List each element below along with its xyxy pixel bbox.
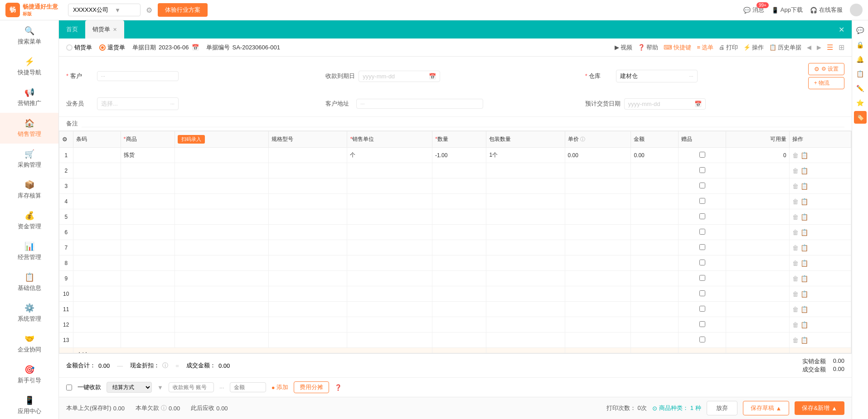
tab-close-all-button[interactable]: ✕	[831, 22, 852, 38]
copy-icon[interactable]: 📋	[800, 229, 808, 236]
payment-date-input[interactable]: yyyy-mm-dd 📅	[359, 71, 440, 82]
scan-button[interactable]: 扫码录入	[178, 135, 205, 144]
customer-addr-input[interactable]: ···	[356, 99, 483, 109]
sidebar-item-sales[interactable]: 🏠 销售管理	[0, 113, 58, 144]
sidebar-item-finance[interactable]: 💰 资金管理	[0, 205, 58, 236]
expected-date-input[interactable]: yyyy-mm-dd 📅	[624, 98, 706, 110]
video-btn[interactable]: ▶视频	[615, 43, 632, 52]
account-input[interactable]	[169, 382, 214, 392]
calendar-icon[interactable]: 📅	[192, 44, 199, 51]
delete-icon[interactable]: 🗑	[792, 167, 799, 174]
settings-icon[interactable]: ⚙	[144, 4, 154, 16]
copy-icon[interactable]: 📋	[800, 167, 808, 174]
message-button[interactable]: 💬 消息 99+	[743, 6, 764, 14]
notes-input[interactable]	[82, 120, 844, 127]
customer-input[interactable]: ···	[97, 71, 179, 81]
radio-return-order[interactable]: 退货单	[99, 43, 125, 52]
copy-icon[interactable]: 📋	[800, 213, 808, 221]
copy-icon-1[interactable]: 📋	[800, 152, 808, 159]
help-btn[interactable]: ❓帮助	[638, 43, 658, 52]
prev-icon[interactable]: ◀	[807, 44, 811, 51]
sidebar-item-guide[interactable]: 🎯 新手引导	[0, 359, 58, 390]
sidebar-item-collab[interactable]: 🤝 企业协同	[0, 328, 58, 359]
delete-icon[interactable]: 🗑	[792, 290, 799, 298]
question-icon-4[interactable]: ⓘ	[161, 404, 167, 412]
sidebar-item-purchase[interactable]: 🛒 采购管理	[0, 144, 58, 174]
expense-split-button[interactable]: 费用分摊	[294, 381, 329, 393]
next-icon[interactable]: ▶	[817, 44, 821, 51]
th-settings[interactable]: ⚙	[59, 131, 73, 148]
save-new-button[interactable]: 保存&新增 ▲	[795, 401, 844, 415]
salesman-input[interactable]: 选择... ···	[97, 97, 179, 110]
delete-icon[interactable]: 🗑	[792, 244, 799, 251]
right-panel-tag-icon[interactable]: 🏷️	[854, 111, 867, 124]
sidebar-item-management[interactable]: 📊 经营管理	[0, 236, 58, 267]
right-panel-star-icon[interactable]: ⭐	[854, 96, 867, 109]
cell-unit-1[interactable]: 个	[347, 148, 432, 163]
radio-sales-order[interactable]: 销货单	[66, 43, 92, 52]
copy-icon[interactable]: 📋	[800, 306, 808, 313]
sidebar-item-search[interactable]: 🔍 搜索菜单	[0, 20, 58, 51]
one-key-pay-checkbox[interactable]	[66, 385, 72, 390]
sidebar-item-marketing[interactable]: 📢 营销推广	[0, 82, 58, 113]
cell-barcode-1[interactable]	[73, 148, 121, 163]
copy-icon[interactable]: 📋	[800, 244, 808, 251]
discard-button[interactable]: 放弃	[707, 401, 737, 415]
th-scan[interactable]: 扫码录入	[175, 131, 268, 148]
right-panel-bell-icon[interactable]: 🔔	[854, 53, 867, 66]
grid-view-icon[interactable]: ⊞	[839, 43, 844, 52]
list-view-icon[interactable]: ☰	[827, 43, 833, 52]
trial-button[interactable]: 体验行业方案	[158, 3, 208, 17]
product-type[interactable]: ⊙ 商品种类： 1 种	[652, 404, 701, 412]
delete-icon[interactable]: 🗑	[792, 260, 799, 267]
company-selector[interactable]: XXXXXX公司 ▼	[68, 4, 141, 16]
delete-icon[interactable]: 🗑	[792, 321, 799, 328]
logistics-button[interactable]: + 物流	[808, 77, 844, 89]
tab-home[interactable]: 首页	[59, 20, 85, 39]
online-service-button[interactable]: 🎧 在线客服	[810, 6, 843, 14]
cell-product-1[interactable]: 拣货	[121, 148, 175, 163]
app-download-button[interactable]: 📱 App下载	[771, 6, 803, 14]
date-value[interactable]: 2023-06-06	[159, 44, 189, 51]
question-icon-2[interactable]: ⓘ	[162, 361, 168, 370]
cell-qty-1[interactable]: -1.00	[432, 148, 486, 163]
warehouse-input[interactable]: 建材仓 ···	[616, 70, 698, 82]
right-panel-chat-icon[interactable]: 💬	[854, 24, 867, 37]
copy-icon[interactable]: 📋	[800, 183, 808, 190]
sidebar-item-system[interactable]: ⚙️ 系统管理	[0, 298, 58, 328]
select-order-btn[interactable]: ≡选单	[697, 43, 713, 52]
tab-close-icon[interactable]: ✕	[113, 27, 117, 33]
sidebar-item-quick-nav[interactable]: ⚡ 快捷导航	[0, 51, 58, 82]
avatar[interactable]	[850, 4, 863, 16]
operations-btn[interactable]: ⚡操作	[743, 43, 764, 52]
copy-icon[interactable]: 📋	[800, 275, 808, 282]
delete-icon[interactable]: 🗑	[792, 213, 799, 221]
cell-price-1[interactable]: 0.00	[565, 148, 631, 163]
copy-icon[interactable]: 📋	[800, 198, 808, 205]
copy-icon[interactable]: 📋	[800, 321, 808, 328]
settings-button[interactable]: ⚙ ⚙ 设置	[808, 63, 844, 75]
cell-spec-1[interactable]	[269, 148, 347, 163]
right-panel-copy-icon[interactable]: 📋	[854, 67, 867, 80]
copy-icon[interactable]: 📋	[800, 290, 808, 298]
shortcut-btn[interactable]: ⌨快捷键	[664, 43, 691, 52]
right-panel-edit-icon[interactable]: ✏️	[854, 82, 867, 95]
question-icon-3[interactable]: ❓	[335, 384, 342, 391]
copy-icon[interactable]: 📋	[800, 337, 808, 344]
cell-pack-1[interactable]: 1个	[486, 148, 565, 163]
cell-amount-1[interactable]: 0.00	[631, 148, 679, 163]
cell-gift-1[interactable]	[679, 148, 726, 163]
number-value[interactable]: SA-20230606-001	[233, 44, 281, 51]
delete-icon[interactable]: 🗑	[792, 198, 799, 205]
sidebar-item-inventory[interactable]: 📦 库存核算	[0, 174, 58, 205]
history-btn[interactable]: 📋历史单据	[769, 43, 801, 52]
save-draft-button[interactable]: 保存草稿 ▲	[743, 401, 790, 415]
delete-icon[interactable]: 🗑	[792, 306, 799, 313]
delete-icon-1[interactable]: 🗑	[792, 152, 799, 159]
delete-icon[interactable]: 🗑	[792, 229, 799, 236]
tab-sales-order[interactable]: 销货单 ✕	[85, 20, 124, 39]
print-btn[interactable]: 🖨打印	[719, 43, 738, 52]
copy-icon[interactable]: 📋	[800, 260, 808, 267]
delete-icon[interactable]: 🗑	[792, 337, 799, 344]
delete-icon[interactable]: 🗑	[792, 183, 799, 190]
